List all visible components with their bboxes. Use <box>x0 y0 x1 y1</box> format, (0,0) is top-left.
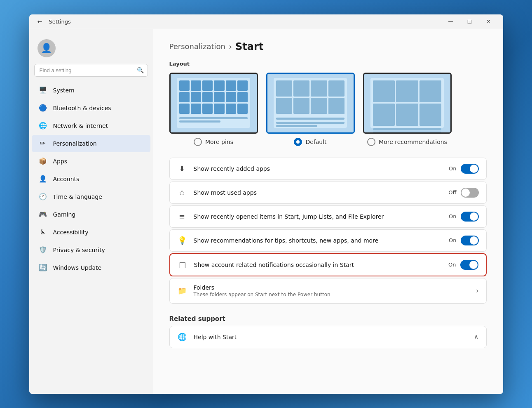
window-title: Settings <box>49 19 441 25</box>
window-body: 👤 🔍 🖥️ System 🔵 Bluetooth & devices 🌐 Ne… <box>29 29 503 394</box>
sidebar-item-label-gaming: Gaming <box>53 211 76 218</box>
maximize-button[interactable]: □ <box>460 14 479 29</box>
help-with-start-label: Help with Start <box>194 334 467 340</box>
most-used-label: Show most used apps <box>194 189 442 196</box>
settings-rows: ⬇ Show recently added apps On ☆ Show mos… <box>169 158 487 276</box>
account-notifications-icon: □ <box>178 260 187 270</box>
breadcrumb-parent: Personalization <box>169 42 225 51</box>
close-button[interactable]: ✕ <box>479 14 498 29</box>
sidebar-item-accessibility[interactable]: ♿ Accessibility <box>32 224 150 241</box>
sidebar-item-bluetooth[interactable]: 🔵 Bluetooth & devices <box>32 99 150 117</box>
sidebar-item-label-bluetooth: Bluetooth & devices <box>53 105 111 111</box>
search-input[interactable] <box>34 64 148 77</box>
settings-window: ← Settings — □ ✕ 👤 🔍 🖥️ System <box>29 14 503 394</box>
layout-preview-more-pins <box>169 73 258 134</box>
privacy-icon: 🛡️ <box>38 245 47 255</box>
settings-row-recently-added[interactable]: ⬇ Show recently added apps On <box>169 158 487 180</box>
folders-sub: These folders appear on Start next to th… <box>194 292 470 297</box>
breadcrumb: Personalization › Start <box>169 41 487 52</box>
recently-opened-status: On <box>449 213 456 219</box>
sidebar-item-label-privacy: Privacy & security <box>53 247 105 253</box>
bluetooth-icon: 🔵 <box>38 104 47 113</box>
sidebar-item-update[interactable]: 🔄 Windows Update <box>32 259 150 276</box>
layout-label: Layout <box>169 61 487 67</box>
sidebar-item-system[interactable]: 🖥️ System <box>32 82 150 99</box>
radio-default[interactable]: Default <box>294 138 326 146</box>
minimize-button[interactable]: — <box>441 14 460 29</box>
recently-added-toggle[interactable] <box>461 164 479 174</box>
back-button[interactable]: ← <box>34 16 46 27</box>
recommendations-status: On <box>449 237 456 243</box>
layout-option-more-rec[interactable]: More recommendations <box>363 73 452 146</box>
sidebar-item-label-system: System <box>53 87 75 94</box>
sidebar-item-label-update: Windows Update <box>53 264 102 271</box>
main-content: Personalization › Start Layout <box>153 29 503 394</box>
titlebar: ← Settings — □ ✕ <box>29 14 503 29</box>
recently-added-toggle-knob <box>470 165 478 173</box>
radio-circle-more-rec[interactable] <box>367 138 375 146</box>
help-chevron-up-icon: ∧ <box>474 333 479 341</box>
radio-more-rec[interactable]: More recommendations <box>367 138 447 146</box>
gaming-icon: 🎮 <box>38 210 47 219</box>
account-notifications-toggle[interactable] <box>460 260 478 270</box>
most-used-status: Off <box>448 189 456 196</box>
settings-row-most-used[interactable]: ☆ Show most used apps Off <box>169 182 487 204</box>
avatar-icon: 👤 <box>41 43 52 53</box>
breadcrumb-separator: › <box>229 42 232 52</box>
related-support-label: Related support <box>169 315 487 323</box>
sidebar-item-label-time: Time & language <box>53 193 102 200</box>
radio-more-rec-label: More recommendations <box>379 139 447 145</box>
recommendations-label: Show recommendations for tips, shortcuts… <box>194 237 443 244</box>
avatar: 👤 <box>37 39 56 57</box>
layout-option-default[interactable]: Default <box>266 73 355 146</box>
radio-circle-more-pins[interactable] <box>194 138 202 146</box>
sidebar-item-privacy[interactable]: 🛡️ Privacy & security <box>32 241 150 259</box>
account-notifications-toggle-knob <box>469 261 478 269</box>
settings-row-recommendations[interactable]: 💡 Show recommendations for tips, shortcu… <box>169 229 487 252</box>
folders-row[interactable]: 📁 Folders These folders appear on Start … <box>169 278 487 304</box>
accounts-icon: 👤 <box>38 175 47 184</box>
most-used-icon: ☆ <box>177 188 187 198</box>
recently-added-icon: ⬇ <box>177 164 187 174</box>
help-with-start-row[interactable]: 🌐 Help with Start ∧ <box>169 326 487 348</box>
radio-more-pins[interactable]: More pins <box>194 138 233 146</box>
network-icon: 🌐 <box>38 121 47 130</box>
recently-added-label: Show recently added apps <box>194 165 443 172</box>
breadcrumb-current: Start <box>235 41 263 52</box>
folders-label: Folders <box>194 284 470 291</box>
sidebar-item-accounts[interactable]: 👤 Accounts <box>32 170 150 188</box>
help-icon: 🌐 <box>177 332 187 342</box>
apps-icon: 📦 <box>38 157 47 166</box>
sidebar-item-label-accessibility: Accessibility <box>53 229 89 236</box>
layout-preview-more-rec <box>363 73 452 134</box>
settings-row-account-notifications[interactable]: □ Show account related notifications occ… <box>169 253 487 276</box>
sidebar-item-label-personalization: Personalization <box>53 140 97 147</box>
time-icon: 🕐 <box>38 192 47 201</box>
search-box[interactable]: 🔍 <box>34 64 148 77</box>
sidebar-item-time[interactable]: 🕐 Time & language <box>32 188 150 205</box>
related-support: Related support 🌐 Help with Start ∧ <box>169 315 487 348</box>
layout-options: More pins <box>169 73 487 146</box>
most-used-toggle[interactable] <box>461 188 479 198</box>
recommendations-toggle[interactable] <box>461 236 479 245</box>
user-avatar-area: 👤 <box>29 33 153 62</box>
system-icon: 🖥️ <box>38 86 47 95</box>
layout-option-more-pins[interactable]: More pins <box>169 73 258 146</box>
account-notifications-status: On <box>448 262 456 268</box>
recently-opened-icon: ≡ <box>177 212 187 222</box>
recently-opened-toggle[interactable] <box>461 212 479 222</box>
radio-circle-default[interactable] <box>294 138 302 146</box>
sidebar-item-personalization[interactable]: ✏️ Personalization <box>32 135 150 152</box>
radio-more-pins-label: More pins <box>205 139 233 145</box>
search-icon: 🔍 <box>137 67 144 73</box>
sidebar-item-label-accounts: Accounts <box>53 176 80 182</box>
sidebar-item-gaming[interactable]: 🎮 Gaming <box>32 206 150 223</box>
sidebar-item-apps[interactable]: 📦 Apps <box>32 153 150 170</box>
settings-row-recently-opened[interactable]: ≡ Show recently opened items in Start, J… <box>169 205 487 228</box>
most-used-toggle-knob <box>462 189 470 197</box>
sidebar-item-network[interactable]: 🌐 Network & internet <box>32 117 150 134</box>
recommendations-toggle-knob <box>470 236 478 245</box>
personalization-icon: ✏️ <box>38 139 47 148</box>
window-controls: — □ ✕ <box>441 14 498 29</box>
folders-icon: 📁 <box>177 286 187 296</box>
